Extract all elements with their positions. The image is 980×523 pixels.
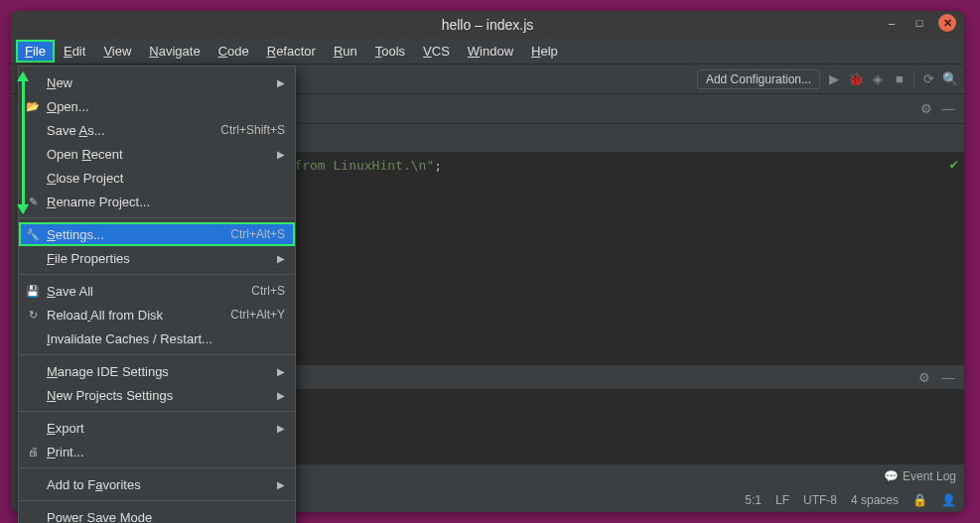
collapse-icon[interactable]: — xyxy=(940,101,956,117)
run-icon[interactable]: ▶ xyxy=(826,71,842,87)
submenu-arrow-icon: ▶ xyxy=(277,479,285,490)
menu-item-label: Manage IDE Settings xyxy=(47,364,271,379)
menu-item-save-as[interactable]: Save As...Ctrl+Shift+S xyxy=(19,118,295,142)
shortcut: Ctrl+Alt+Y xyxy=(230,308,285,322)
menu-item-manage-ide-settings[interactable]: Manage IDE Settings▶ xyxy=(19,359,295,383)
inspector-icon[interactable]: 👤 xyxy=(941,493,956,507)
add-configuration-button[interactable]: Add Configuration... xyxy=(697,69,820,89)
coverage-icon[interactable]: ◈ xyxy=(870,71,886,87)
maximize-button[interactable]: □ xyxy=(910,14,928,32)
menu-item-label: File Properties xyxy=(47,251,271,266)
menu-item-save-all[interactable]: 💾Save AllCtrl+S xyxy=(19,279,295,303)
menu-item-label: New Projects Settings xyxy=(47,388,271,403)
update-icon[interactable]: ⟳ xyxy=(920,71,936,87)
menu-item-icon: 📂 xyxy=(25,100,41,113)
menu-item-label: Add to Favorites xyxy=(47,477,271,492)
window-title: hello – index.js xyxy=(442,17,534,33)
menu-item-label: Open... xyxy=(47,99,285,114)
hide-icon[interactable]: — xyxy=(940,370,956,386)
debug-icon[interactable]: 🐞 xyxy=(848,71,864,87)
stop-icon[interactable]: ■ xyxy=(892,71,908,87)
semi: ; xyxy=(434,158,442,173)
menu-file[interactable]: File xyxy=(17,41,54,62)
menu-item-file-properties[interactable]: File Properties▶ xyxy=(19,246,295,270)
submenu-arrow-icon: ▶ xyxy=(277,149,285,160)
menu-item-icon: ↻ xyxy=(25,309,41,322)
menu-item-invalidate-caches-restart[interactable]: Invalidate Caches / Restart... xyxy=(19,327,295,350)
minimize-button[interactable]: – xyxy=(883,14,901,32)
menu-item-label: Rename Project... xyxy=(47,195,285,209)
menu-item-label: Save As... xyxy=(47,123,214,138)
shortcut: Ctrl+S xyxy=(251,284,285,298)
menu-refactor[interactable]: Refactor xyxy=(259,41,324,62)
menu-item-label: Reload All from Disk xyxy=(47,308,224,323)
menu-item-open-recent[interactable]: Open Recent▶ xyxy=(19,142,295,166)
menu-item-settings[interactable]: 🔧Settings...Ctrl+Alt+S xyxy=(19,222,295,246)
menu-item-print[interactable]: 🖨Print... xyxy=(19,440,295,463)
menu-vcs[interactable]: VCS xyxy=(415,41,458,62)
menu-item-new-projects-settings[interactable]: New Projects Settings▶ xyxy=(19,383,295,407)
gear-icon[interactable]: ⚙ xyxy=(918,101,934,117)
analysis-ok-icon: ✔ xyxy=(950,156,958,172)
menu-item-open[interactable]: 📂Open... xyxy=(19,94,295,118)
search-icon[interactable]: 🔍 xyxy=(942,71,958,87)
menu-item-label: Print... xyxy=(47,445,285,459)
menu-item-label: Save All xyxy=(47,284,245,299)
titlebar: hello – index.js – □ ✕ xyxy=(11,11,964,39)
menu-tools[interactable]: Tools xyxy=(367,41,413,62)
submenu-arrow-icon: ▶ xyxy=(277,390,285,401)
menu-item-label: Export xyxy=(47,421,271,436)
menu-item-label: Settings... xyxy=(47,227,224,242)
menu-item-new[interactable]: New▶ xyxy=(19,70,295,94)
menu-edit[interactable]: Edit xyxy=(56,41,93,62)
event-log-button[interactable]: 💬 Event Log xyxy=(884,469,956,483)
submenu-arrow-icon: ▶ xyxy=(277,366,285,377)
menu-item-add-to-favorites[interactable]: Add to Favorites▶ xyxy=(19,472,295,496)
lock-icon[interactable]: 🔒 xyxy=(912,493,927,507)
line-ending[interactable]: LF xyxy=(775,493,789,507)
menu-navigate[interactable]: Navigate xyxy=(141,41,208,62)
menu-item-export[interactable]: Export▶ xyxy=(19,416,295,440)
menu-item-power-save-mode[interactable]: Power Save Mode xyxy=(19,505,295,523)
menu-item-label: Power Save Mode xyxy=(47,510,285,524)
menu-item-label: Open Recent xyxy=(47,147,271,162)
event-log-label: Event Log xyxy=(903,469,956,483)
gear-icon[interactable]: ⚙ xyxy=(916,370,932,386)
encoding[interactable]: UTF-8 xyxy=(803,493,837,507)
annotation-arrow xyxy=(22,73,25,212)
menu-help[interactable]: Help xyxy=(523,41,566,62)
menu-item-close-project[interactable]: Close Project xyxy=(19,166,295,190)
menu-item-icon: 🖨 xyxy=(25,446,41,458)
menu-item-label: Invalidate Caches / Restart... xyxy=(47,331,285,346)
menu-item-icon: 💾 xyxy=(25,285,41,298)
shortcut: Ctrl+Shift+S xyxy=(220,123,285,137)
menu-code[interactable]: Code xyxy=(210,41,257,62)
menu-item-reload-all-from-disk[interactable]: ↻Reload All from DiskCtrl+Alt+Y xyxy=(19,303,295,327)
menu-item-label: New xyxy=(47,75,271,90)
menu-item-label: Close Project xyxy=(47,171,285,186)
menu-item-rename-project[interactable]: ✎Rename Project... xyxy=(19,190,295,213)
menu-window[interactable]: Window xyxy=(460,41,521,62)
file-menu-dropdown[interactable]: New▶📂Open...Save As...Ctrl+Shift+SOpen R… xyxy=(18,65,296,523)
submenu-arrow-icon: ▶ xyxy=(277,423,285,434)
separator xyxy=(913,70,914,88)
menubar: FileEditViewNavigateCodeRefactorRunTools… xyxy=(11,39,964,65)
submenu-arrow-icon: ▶ xyxy=(277,77,285,88)
menu-view[interactable]: View xyxy=(95,41,139,62)
menu-item-icon: 🔧 xyxy=(25,228,41,241)
indent[interactable]: 4 spaces xyxy=(851,493,899,507)
submenu-arrow-icon: ▶ xyxy=(277,253,285,264)
close-button[interactable]: ✕ xyxy=(938,14,956,32)
menu-run[interactable]: Run xyxy=(326,41,365,62)
caret-position[interactable]: 5:1 xyxy=(745,493,762,507)
shortcut: Ctrl+Alt+S xyxy=(230,227,285,241)
